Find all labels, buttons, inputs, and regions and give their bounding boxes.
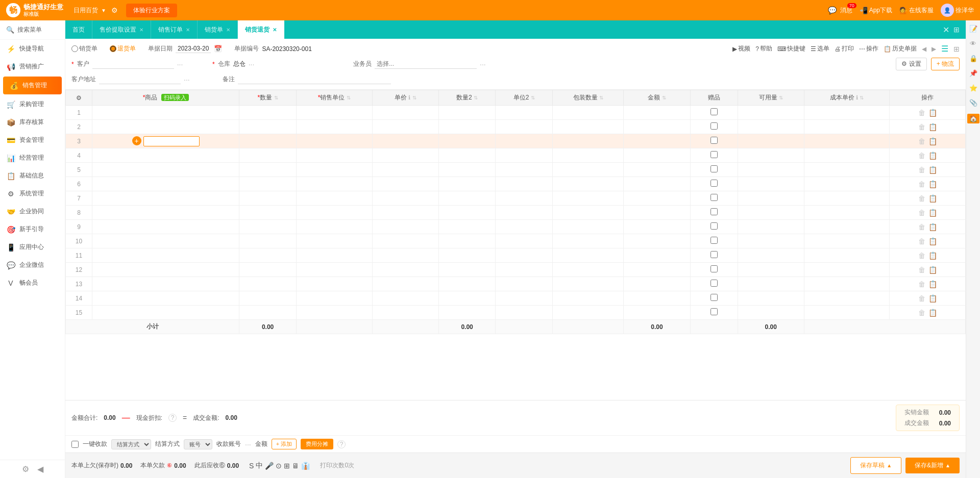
unit-price-cell-2[interactable] xyxy=(372,120,438,134)
gift-cell-13[interactable] xyxy=(690,277,738,291)
nav-tab-close-1[interactable]: ✕ xyxy=(139,27,143,33)
available-cell-7[interactable] xyxy=(738,191,804,206)
unit-price-cell-6[interactable] xyxy=(372,177,438,191)
sale-unit-cell-4[interactable] xyxy=(296,148,372,163)
delete-row-btn-2[interactable]: 🗑 xyxy=(918,123,925,131)
gift-cell-3[interactable] xyxy=(690,134,738,148)
available-cell-1[interactable] xyxy=(738,106,804,120)
gift-checkbox-7[interactable] xyxy=(710,194,718,201)
amount-cell-1[interactable] xyxy=(624,106,690,120)
settings-gear-icon[interactable]: ⚙ xyxy=(111,6,118,14)
unit2-cell-12[interactable] xyxy=(496,263,553,277)
unit-price-cell-7[interactable] xyxy=(372,191,438,206)
copy-row-btn-14[interactable]: 📋 xyxy=(928,294,937,303)
cost-price-cell-12[interactable] xyxy=(804,263,889,277)
pack-qty-cell-12[interactable] xyxy=(552,263,623,277)
sale-unit-cell-15[interactable] xyxy=(296,306,372,320)
product-cell-1[interactable] xyxy=(92,106,239,120)
staff-input[interactable] xyxy=(375,59,477,69)
grid-view-icon[interactable]: ⊞ xyxy=(953,45,960,53)
qty2-cell-12[interactable] xyxy=(438,263,496,277)
set-btn[interactable]: ⚙ 设置 xyxy=(896,58,926,70)
delete-row-btn-5[interactable]: 🗑 xyxy=(918,166,925,174)
qty2-cell-9[interactable] xyxy=(438,220,496,234)
sidebar-item-采购管理[interactable]: 🛒采购管理 xyxy=(0,95,65,113)
add-row-btn[interactable]: + xyxy=(132,136,141,145)
quantity-cell-11[interactable] xyxy=(239,248,297,263)
unit-price-cell-15[interactable] xyxy=(372,306,438,320)
toolbar-video-btn[interactable]: ▶ 视频 xyxy=(732,44,750,53)
user-area[interactable]: 👤 徐泽华 xyxy=(941,4,974,17)
col-pack-qty-sort-icon[interactable]: ⇅ xyxy=(599,95,603,100)
cost-price-cell-13[interactable] xyxy=(804,277,889,291)
bottom-icon-grid[interactable]: ⊞ xyxy=(284,462,290,470)
available-cell-2[interactable] xyxy=(738,120,804,134)
unit-price-cell-12[interactable] xyxy=(372,263,438,277)
sale-unit-cell-7[interactable] xyxy=(296,191,372,206)
quantity-cell-6[interactable] xyxy=(239,177,297,191)
address-input[interactable] xyxy=(99,74,181,84)
sidebar-item-畅会员[interactable]: V畅会员 xyxy=(0,274,65,292)
product-cell-14[interactable] xyxy=(92,291,239,306)
sidebar-settings-icon[interactable]: ⚙ xyxy=(22,464,29,474)
pack-qty-cell-14[interactable] xyxy=(552,291,623,306)
copy-row-btn-15[interactable]: 📋 xyxy=(928,309,937,317)
customer-select-icon[interactable]: ··· xyxy=(177,60,183,68)
qty2-cell-6[interactable] xyxy=(438,177,496,191)
sale-unit-cell-6[interactable] xyxy=(296,177,372,191)
bottom-icon-dot[interactable]: ⊙ xyxy=(276,462,282,470)
product-cell-13[interactable] xyxy=(92,277,239,291)
gift-cell-8[interactable] xyxy=(690,206,738,220)
copy-row-btn-2[interactable]: 📋 xyxy=(928,123,937,131)
gift-cell-4[interactable] xyxy=(690,148,738,163)
pack-qty-cell-13[interactable] xyxy=(552,277,623,291)
remark-input[interactable] xyxy=(238,74,391,84)
quantity-cell-5[interactable] xyxy=(239,163,297,177)
product-cell-5[interactable] xyxy=(92,163,239,177)
delete-row-btn-13[interactable]: 🗑 xyxy=(918,280,925,288)
unit-price-cell-9[interactable] xyxy=(372,220,438,234)
copy-row-btn-5[interactable]: 📋 xyxy=(928,166,937,174)
cost-price-cell-9[interactable] xyxy=(804,220,889,234)
staff-select-icon[interactable]: ··· xyxy=(480,60,486,68)
list-view-icon[interactable]: ☰ xyxy=(941,44,948,54)
amount-cell-10[interactable] xyxy=(624,234,690,248)
sale-unit-cell-1[interactable] xyxy=(296,106,372,120)
unit2-cell-3[interactable] xyxy=(496,134,553,148)
sale-unit-cell-13[interactable] xyxy=(296,277,372,291)
copy-row-btn-10[interactable]: 📋 xyxy=(928,237,937,245)
product-cell-12[interactable] xyxy=(92,263,239,277)
unit2-cell-5[interactable] xyxy=(496,163,553,177)
quantity-cell-2[interactable] xyxy=(239,120,297,134)
unit-price-cell-3[interactable] xyxy=(372,134,438,148)
pack-qty-cell-2[interactable] xyxy=(552,120,623,134)
date-value[interactable]: 2023-03-20 xyxy=(176,44,211,53)
table-settings-icon[interactable]: ⚙ xyxy=(76,94,82,102)
amount-cell-7[interactable] xyxy=(624,191,690,206)
unit2-cell-1[interactable] xyxy=(496,106,553,120)
unit-price-cell-14[interactable] xyxy=(372,291,438,306)
unit2-cell-8[interactable] xyxy=(496,206,553,220)
product-input-3[interactable] xyxy=(143,136,200,146)
unit2-cell-4[interactable] xyxy=(496,148,553,163)
gift-cell-12[interactable] xyxy=(690,263,738,277)
amount-dots-icon[interactable]: ··· xyxy=(245,440,251,448)
add-logistics-btn[interactable]: + 物流 xyxy=(931,58,960,70)
pack-qty-cell-1[interactable] xyxy=(552,106,623,120)
amount-cell-3[interactable] xyxy=(624,134,690,148)
right-panel-lock-icon[interactable]: 🔒 xyxy=(969,55,977,62)
quantity-cell-4[interactable] xyxy=(239,148,297,163)
toolbar-shortcut-btn[interactable]: ⌨ 快捷键 xyxy=(777,44,805,53)
gift-cell-5[interactable] xyxy=(690,163,738,177)
unit2-cell-7[interactable] xyxy=(496,191,553,206)
copy-row-btn-3[interactable]: 📋 xyxy=(928,137,937,145)
nav-tab-close-3[interactable]: ✕ xyxy=(226,27,230,33)
message-icon-btn[interactable]: 💬 70 消息 xyxy=(828,6,852,15)
cost-price-cell-14[interactable] xyxy=(804,291,889,306)
amount-cell-2[interactable] xyxy=(624,120,690,134)
add-payment-btn[interactable]: + 添加 xyxy=(272,439,297,449)
cost-price-cell-2[interactable] xyxy=(804,120,889,134)
gift-checkbox-12[interactable] xyxy=(710,265,718,272)
delete-row-btn-12[interactable]: 🗑 xyxy=(918,266,925,274)
sale-unit-cell-14[interactable] xyxy=(296,291,372,306)
